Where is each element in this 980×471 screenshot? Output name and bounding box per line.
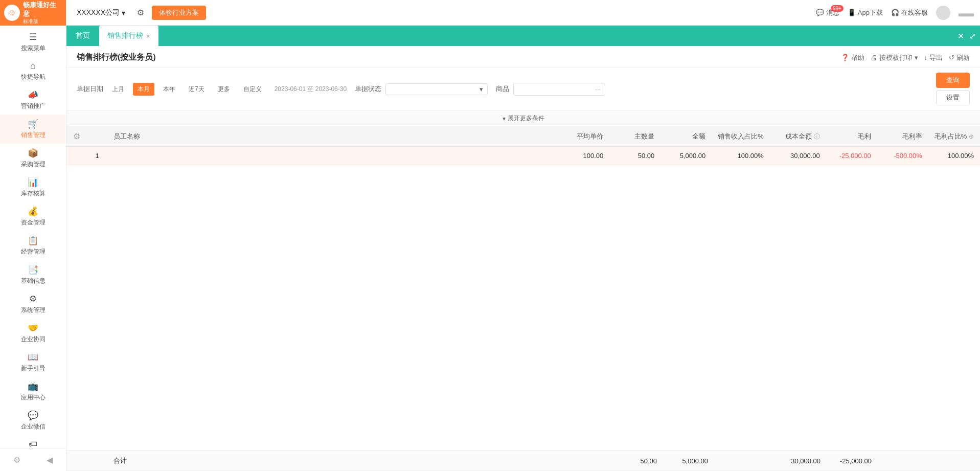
- sidebar-label-0: 搜索菜单: [21, 44, 45, 53]
- help-icon: ❓: [841, 54, 849, 61]
- sidebar-item-13[interactable]: 💬 企业微信: [0, 406, 66, 435]
- sidebar-item-7[interactable]: 📋 经营管理: [0, 231, 66, 260]
- sidebar-nav: ☰ 搜索菜单 ⌂ 快捷导航 📣 营销推广 🛒 销售管理 📦 采购管理 📊 库存核…: [0, 26, 66, 448]
- col-header-settings[interactable]: ⚙: [66, 126, 87, 147]
- date-range-text: 2023-06-01 至 2023-06-30: [275, 85, 347, 94]
- goods-more-icon: ···: [595, 85, 601, 93]
- sidebar-icon-2: 📣: [28, 89, 38, 100]
- sidebar-icon-0: ☰: [29, 32, 37, 42]
- sidebar-icon-6: 💰: [28, 206, 38, 217]
- sidebar-item-5[interactable]: 📊 库存核算: [0, 173, 66, 202]
- col-header-gross-rate: 毛利率: [877, 126, 928, 147]
- sidebar-icon-7: 📋: [28, 235, 38, 246]
- status-filter-group: 单据状态 ▾: [355, 83, 488, 95]
- tabbar-close-icon[interactable]: ✕: [958, 31, 964, 41]
- row-index: 1: [87, 147, 107, 165]
- sidebar-item-0[interactable]: ☰ 搜索菜单: [0, 28, 66, 57]
- sidebar-item-1[interactable]: ⌂ 快捷导航: [0, 57, 66, 85]
- tab-sales-ranking[interactable]: 销售排行榜 ×: [99, 26, 158, 46]
- sidebar-label-4: 采购管理: [21, 160, 45, 169]
- col-header-cost: 成本全额 ⓘ: [770, 126, 826, 147]
- content: 销售排行榜(按业务员) ❓ 帮助 🖨 按模板打印 ▾ ↓ 导出: [66, 46, 980, 471]
- help-button[interactable]: ❓ 帮助: [841, 53, 864, 62]
- sidebar-icon-11: 📖: [28, 352, 38, 363]
- sidebar: ☺ 畅康通好生意 标准版 ☰ 搜索菜单 ⌂ 快捷导航 📣 营销推广 🛒 销售管理…: [0, 0, 66, 471]
- date-btn-this-year[interactable]: 本年: [158, 83, 180, 96]
- sidebar-label-6: 资金管理: [21, 218, 45, 227]
- date-btn-7days[interactable]: 近7天: [184, 83, 209, 96]
- date-btn-this-month[interactable]: 本月: [133, 83, 154, 96]
- filter-bar: 单据日期 上月 本月 本年 近7天 更多 自定义 2023-06-01 至 20…: [66, 68, 980, 111]
- table-row: 1 100.00 50.00 5,000.00 100.00% 30,000.0…: [66, 147, 980, 165]
- avatar[interactable]: [936, 6, 950, 20]
- status-filter-label: 单据状态: [355, 84, 381, 94]
- company-name: XXXXXX公司: [77, 8, 120, 17]
- sidebar-item-10[interactable]: 🤝 企业协同: [0, 319, 66, 348]
- date-btn-custom[interactable]: 自定义: [239, 83, 266, 96]
- sidebar-item-12[interactable]: 📺 应用中心: [0, 377, 66, 406]
- col-settings-gear-icon[interactable]: ⚙: [73, 132, 80, 141]
- tab-home[interactable]: 首页: [66, 26, 99, 46]
- tabbar: 首页 销售排行榜 × ✕ ⤢: [66, 26, 980, 46]
- query-button[interactable]: 查询: [936, 73, 970, 88]
- sidebar-item-4[interactable]: 📦 采购管理: [0, 144, 66, 173]
- sidebar-item-8[interactable]: 📑 基础信息: [0, 260, 66, 289]
- row-gross: -25,000.00: [826, 147, 877, 165]
- col-header-qty: 主数量: [609, 126, 660, 147]
- service-label: 在线客服: [901, 8, 928, 17]
- sidebar-label-5: 库存核算: [21, 189, 45, 198]
- date-btn-last-month[interactable]: 上月: [107, 83, 129, 96]
- sidebar-label-7: 经营管理: [21, 248, 45, 256]
- footer-row: 合计 50.00 5,000.00 30,000.00 -25,000.00: [66, 451, 980, 471]
- footer-table: 合计 50.00 5,000.00 30,000.00 -25,000.00: [66, 451, 980, 471]
- table-header-row: ⚙ 员工名称 平均单价 主数量 全额 销售收入占比% 成本全额 ⓘ 毛利 毛利率…: [66, 126, 980, 147]
- experience-button[interactable]: 体验行业方案: [152, 6, 206, 20]
- date-btn-more[interactable]: 更多: [213, 83, 235, 96]
- status-select-chevron-icon: ▾: [480, 85, 483, 93]
- message-button[interactable]: 💬 消息 99+: [816, 8, 839, 17]
- tab-close-icon[interactable]: ×: [146, 32, 150, 40]
- company-selector[interactable]: XXXXXX公司 ▾: [73, 6, 129, 19]
- sidebar-label-1: 快捷导航: [21, 73, 45, 81]
- col-header-name: 员工名称: [107, 126, 558, 147]
- row-qty: 50.00: [609, 147, 660, 165]
- sidebar-item-6[interactable]: 💰 资金管理: [0, 202, 66, 231]
- export-icon: ↓: [924, 54, 928, 61]
- sidebar-item-9[interactable]: ⚙ 系统管理: [0, 289, 66, 319]
- expand-more-button[interactable]: ▾ 展开更多条件: [503, 114, 544, 123]
- status-select[interactable]: ▾: [385, 83, 488, 95]
- page-title: 销售排行榜(按业务员): [77, 52, 156, 63]
- tabbar-restore-icon[interactable]: ⤢: [969, 31, 976, 41]
- app-download-button[interactable]: 📱 App下载: [848, 8, 883, 17]
- topbar-settings-icon[interactable]: ⚙: [133, 6, 148, 20]
- sidebar-item-3[interactable]: 🛒 销售管理: [0, 115, 66, 144]
- sidebar-logo: ☺ 畅康通好生意 标准版: [0, 0, 66, 26]
- sidebar-collapse-icon[interactable]: ◀: [47, 455, 53, 465]
- sidebar-icon-5: 📊: [28, 177, 38, 188]
- print-dropdown-icon: ▾: [915, 54, 918, 61]
- grosspct-info-icon: ⊕: [969, 133, 974, 140]
- print-button[interactable]: 🖨 按模板打印 ▾: [871, 53, 918, 62]
- app-label: App下载: [858, 8, 883, 17]
- col-header-index: [87, 126, 107, 147]
- settings-button[interactable]: 设置: [936, 90, 970, 105]
- row-settings: [66, 147, 87, 165]
- sidebar-item-14[interactable]: 🏷 畅会员: [0, 435, 66, 448]
- topbar: XXXXXX公司 ▾ ⚙ 体验行业方案 💬 消息 99+ 📱 App下载 🎧 在…: [66, 0, 980, 26]
- footer-gross: -25,000.00: [827, 451, 878, 471]
- page-actions: ❓ 帮助 🖨 按模板打印 ▾ ↓ 导出 ↺ 刷新: [841, 53, 970, 62]
- goods-input[interactable]: ···: [513, 83, 605, 96]
- col-header-gross-pct: 毛利占比% ⊕: [928, 126, 980, 147]
- sidebar-icon-3: 🛒: [28, 119, 38, 129]
- sidebar-settings-icon[interactable]: ⚙: [13, 455, 20, 465]
- refresh-button[interactable]: ↺ 刷新: [949, 53, 970, 62]
- col-header-avg-price: 平均单价: [558, 126, 609, 147]
- sidebar-icon-13: 💬: [28, 410, 38, 421]
- app-icon: 📱: [848, 9, 856, 16]
- online-service-button[interactable]: 🎧 在线客服: [891, 8, 928, 17]
- sidebar-item-2[interactable]: 📣 营销推广: [0, 85, 66, 115]
- sidebar-item-11[interactable]: 📖 新手引导: [0, 348, 66, 377]
- footer-cost: 30,000.00: [770, 451, 827, 471]
- export-button[interactable]: ↓ 导出: [924, 53, 943, 62]
- logo-text: 畅康通好生意 标准版: [23, 1, 62, 25]
